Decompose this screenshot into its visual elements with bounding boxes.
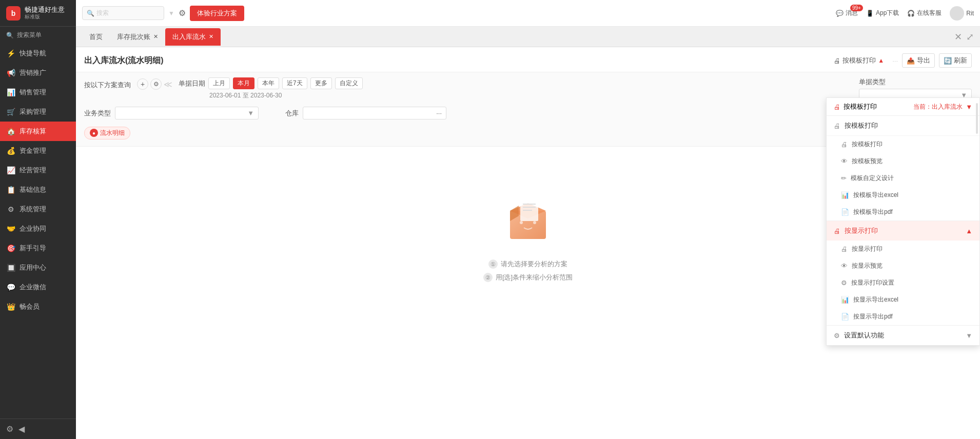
- tabbar: 首页 库存批次账 ✕ 出入库流水 ✕ ✕ ⤢: [76, 27, 980, 47]
- date-label: 单据日期: [179, 79, 205, 88]
- tab-home[interactable]: 首页: [82, 28, 110, 46]
- dropdown-display-pdf-item[interactable]: 📄 按显示导出pdf: [827, 308, 979, 325]
- system-icon: ⚙: [6, 205, 15, 213]
- sidebar-item-operation[interactable]: 📈 经营管理: [0, 161, 76, 180]
- refresh-button[interactable]: 🔄 刷新: [939, 53, 972, 68]
- dropdown-template-pdf-item[interactable]: 📄 按模板导出pdf: [827, 204, 979, 221]
- in-out-flow-tab-close-icon[interactable]: ✕: [209, 33, 213, 40]
- template-print-header[interactable]: 🖨 按模板打印: [827, 116, 979, 136]
- export-label: 导出: [917, 56, 930, 65]
- topbar-gear-icon[interactable]: ⚙: [179, 8, 186, 18]
- dropdown-scrollbar[interactable]: [976, 103, 978, 134]
- active-filter-tag[interactable]: ● 流水明细: [84, 127, 130, 139]
- warehouse-select[interactable]: ···: [303, 107, 446, 119]
- topbar-app-download-btn[interactable]: 📱 App下载: [866, 9, 899, 17]
- print-dropdown-button[interactable]: 🖨 按模板打印 ▲: [830, 54, 888, 67]
- display-preview-item-icon: 👁: [841, 262, 848, 270]
- quick-nav-icon: ⚡: [6, 49, 15, 57]
- filter-scheme-label: 按以下方案查询: [84, 77, 131, 90]
- step-1-num: ①: [488, 260, 498, 269]
- collapse-sidebar-icon[interactable]: ◀: [18, 424, 25, 434]
- display-print-item-icon: 🖨: [841, 245, 848, 253]
- tab-in-out-flow[interactable]: 出入库流水 ✕: [165, 28, 221, 46]
- display-print-section-icon: 🖨: [834, 227, 840, 235]
- date-btn-7days[interactable]: 近7天: [282, 77, 307, 89]
- dropdown-template-print-item[interactable]: 🖨 按模板打印: [827, 136, 979, 153]
- topbar: 🔍 搜索 ▼ ⚙ 体验行业方案 💬 消息 99+ 📱 App下载 🎧 在线客服 …: [76, 0, 980, 27]
- service-icon: 🎧: [907, 10, 915, 17]
- dropdown-template-custom-item[interactable]: ✏ 模板自定义设计: [827, 170, 979, 187]
- date-btn-last-month[interactable]: 上月: [208, 77, 230, 89]
- sidebar-item-wechat[interactable]: 💬 企业微信: [0, 277, 76, 297]
- window-maximize-icon[interactable]: ⤢: [966, 31, 974, 43]
- date-btn-this-month[interactable]: 本月: [233, 77, 254, 89]
- page-title: 出入库流水(流水明细): [84, 55, 164, 66]
- template-print-section-label: 按模板打印: [845, 121, 878, 130]
- service-label: 在线客服: [917, 9, 942, 17]
- sidebar-search[interactable]: 🔍 搜索菜单: [0, 27, 76, 44]
- sidebar-item-guide[interactable]: 🎯 新手引导: [0, 238, 76, 258]
- sidebar-item-inventory[interactable]: 🏠 库存核算: [0, 122, 76, 141]
- operation-icon: 📈: [6, 166, 15, 174]
- sidebar-item-marketing[interactable]: 📢 营销推广: [0, 63, 76, 83]
- dropdown-template-preview-item[interactable]: 👁 按模板预览: [827, 153, 979, 170]
- business-type-group: 业务类型 ▼: [84, 107, 259, 119]
- template-print-item-label: 按模板打印: [852, 140, 883, 149]
- dropdown-display-excel-item[interactable]: 📊 按显示导出excel: [827, 291, 979, 308]
- settings-bottom-icon[interactable]: ⚙: [6, 424, 13, 434]
- date-btn-more[interactable]: 更多: [310, 77, 332, 89]
- user-avatar: [950, 6, 964, 21]
- dropdown-header: 🖨 按模板打印 当前：出入库流水 ▼: [827, 98, 979, 116]
- topbar-user-area[interactable]: Rit: [950, 6, 974, 21]
- filter-controls: + ⚙ ≪: [137, 78, 172, 90]
- sidebar-item-purchase[interactable]: 🛒 采购管理: [0, 102, 76, 122]
- topbar-search-icon: 🔍: [87, 10, 94, 17]
- template-print-section-icon: 🖨: [834, 122, 840, 130]
- trial-button[interactable]: 体验行业方案: [190, 6, 244, 21]
- topbar-service-btn[interactable]: 🎧 在线客服: [907, 9, 942, 17]
- dropdown-display-preview-item[interactable]: 👁 按显示预览: [827, 257, 979, 274]
- display-preview-item-label: 按显示预览: [852, 262, 883, 270]
- display-excel-item-label: 按显示导出excel: [853, 295, 898, 304]
- app-download-icon: 📱: [866, 10, 874, 17]
- date-btn-this-year[interactable]: 本年: [258, 77, 279, 89]
- dropdown-template-excel-item[interactable]: 📊 按模板导出excel: [827, 187, 979, 204]
- dropdown-display-print-item[interactable]: 🖨 按显示打印: [827, 241, 979, 257]
- topbar-message-btn[interactable]: 💬 消息 99+: [836, 9, 858, 17]
- date-btn-custom[interactable]: 自定义: [335, 77, 363, 89]
- template-excel-item-icon: 📊: [841, 191, 849, 199]
- topbar-search-box[interactable]: 🔍 搜索: [82, 6, 164, 20]
- sidebar-item-basic[interactable]: 📋 基础信息: [0, 180, 76, 199]
- display-print-settings-item-icon: ⚙: [841, 279, 847, 287]
- filter-collapse-left-icon[interactable]: ≪: [164, 79, 172, 89]
- add-filter-button[interactable]: +: [137, 78, 148, 90]
- window-close-icon[interactable]: ✕: [954, 31, 962, 43]
- batch-account-tab-close-icon[interactable]: ✕: [153, 33, 158, 40]
- print-dropdown-panel: 🖨 按模板打印 当前：出入库流水 ▼ 🖨 按模板打印 🖨: [826, 97, 980, 346]
- date-range-display: 2023-06-01 至 2023-06-30: [179, 91, 853, 100]
- print-icon: 🖨: [834, 57, 840, 65]
- step-2-num: ②: [483, 273, 493, 282]
- step-1-text: 请先选择要分析的方案: [501, 260, 567, 269]
- sidebar-item-sales[interactable]: 📊 销售管理: [0, 83, 76, 102]
- sidebar-item-finance[interactable]: 💰 资金管理: [0, 141, 76, 161]
- default-settings-arrow-icon: ▼: [966, 332, 972, 340]
- tab-batch-account[interactable]: 库存批次账 ✕: [110, 28, 165, 46]
- sidebar-item-system[interactable]: ⚙ 系统管理: [0, 199, 76, 219]
- export-button[interactable]: 📤 导出: [902, 53, 935, 68]
- sidebar-logo: b 畅捷通好生意 标准版: [0, 0, 76, 27]
- default-settings-label: 设置默认功能: [844, 331, 884, 340]
- active-filter-tag-icon: ●: [90, 129, 98, 137]
- business-type-select[interactable]: ▼: [115, 107, 259, 119]
- sidebar-item-collab[interactable]: 🤝 企业协同: [0, 219, 76, 238]
- page-header: 出入库流水(流水明细) 🖨 按模板打印 ▲ ··· 📤 导出 🔄 刷新: [76, 47, 980, 72]
- sidebar-item-quick-nav[interactable]: ⚡ 快捷导航: [0, 44, 76, 63]
- default-settings-item[interactable]: ⚙ 设置默认功能 ▼: [827, 326, 979, 345]
- sidebar-item-app-center[interactable]: 🔲 应用中心: [0, 258, 76, 277]
- search-icon: 🔍: [6, 32, 14, 39]
- filter-settings-button[interactable]: ⚙: [150, 78, 162, 90]
- voucher-type-label: 单据类型: [859, 77, 972, 87]
- dropdown-display-print-settings-item[interactable]: ⚙ 按显示打印设置: [827, 274, 979, 291]
- display-print-section-header[interactable]: 🖨 按显示打印 ▲: [827, 221, 979, 241]
- sidebar-item-member[interactable]: 👑 畅会员: [0, 297, 76, 316]
